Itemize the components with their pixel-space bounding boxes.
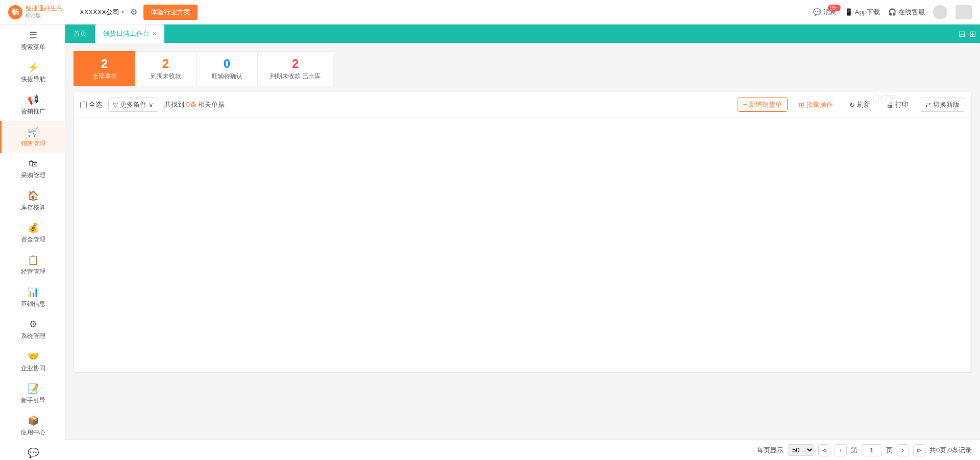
stat-card-wangwang[interactable]: 0 旺辅待确认	[196, 51, 257, 86]
stat-label-overdue-shipped: 到期未收款 已出库	[270, 72, 321, 81]
chevron-down-icon: ▾	[121, 9, 124, 15]
filter-label: 更多条件	[120, 100, 146, 109]
sidebar-item-label: 基础信息	[21, 300, 45, 308]
select-all-checkbox[interactable]	[80, 102, 87, 108]
next-page-btn[interactable]: ›	[897, 444, 909, 456]
print-icon: 🖨	[887, 101, 893, 109]
stat-num-all: 2	[101, 57, 108, 71]
stats-tabs: 2 全部单据 2 到期未收款 0 旺辅待确认 2 到期未收款 已出库	[74, 51, 972, 86]
app-center-icon: 📦	[28, 415, 39, 426]
online-service-btn[interactable]: 🎧 在线客服	[888, 8, 925, 17]
user-dropdown[interactable]	[955, 5, 972, 19]
sidebar-item-inventory[interactable]: 🏠 库存核算	[0, 185, 65, 217]
found-count: 0条	[186, 101, 197, 108]
main-content: 2 全部单据 2 到期未收款 0 旺辅待确认 2 到期未收款 已出库 全选 ▽ …	[65, 43, 980, 460]
sidebar-item-label: 库存核算	[21, 203, 45, 212]
experience-btn[interactable]: 体验行业方案	[143, 5, 198, 20]
system-icon: ⚙	[29, 319, 37, 330]
sidebar-item-marketing[interactable]: 📢 营销推广	[0, 89, 65, 121]
refresh-icon: ↻	[849, 101, 855, 109]
tab-work-bench[interactable]: 钱货日清工作台 ×	[95, 25, 164, 43]
stat-card-overdue-shipped[interactable]: 2 到期未收款 已出库	[257, 51, 333, 86]
stat-card-overdue[interactable]: 2 到期未收款	[135, 51, 196, 86]
select-all-label[interactable]: 全选	[80, 100, 102, 109]
filter-btn[interactable]: ▽ 更多条件 ∨	[108, 98, 158, 112]
service-icon: 🎧	[888, 8, 896, 16]
page-suffix: 页	[886, 446, 893, 455]
last-page-btn[interactable]: ⊳	[913, 444, 925, 456]
tab-maximize-icon[interactable]: ⊞	[969, 29, 976, 39]
refresh-btn[interactable]: ↻ 刷新	[844, 98, 875, 111]
corp-wechat-icon: 💬	[28, 447, 39, 458]
sidebar-item-corp-wechat[interactable]: 💬 企业微信	[0, 442, 65, 460]
sidebar-item-label: 快捷导航	[21, 75, 45, 84]
sidebar-item-sales[interactable]: 🛒 销售管理	[0, 121, 65, 153]
batch-label: 批量操作	[806, 100, 833, 109]
sidebar-item-system[interactable]: ⚙ 系统管理	[0, 313, 65, 346]
batch-icon: ⊞	[799, 101, 804, 109]
online-service-label: 在线客服	[898, 8, 925, 17]
sales-icon: 🛒	[28, 126, 39, 137]
pagination-summary: 共0页,0条记录	[929, 446, 972, 455]
sidebar: ☰ 搜索菜单 ⚡ 快捷导航 📢 营销推广 🛒 销售管理 🛍 采购管理 🏠 库存核…	[0, 25, 65, 460]
app-download-label: App下载	[855, 8, 880, 17]
add-sales-btn[interactable]: + 新增销货单	[738, 98, 788, 112]
message-icon: 💬	[813, 8, 821, 16]
sidebar-item-corp-collab[interactable]: 🤝 企业协同	[0, 346, 65, 378]
tab-home-label: 首页	[74, 29, 87, 38]
sidebar-item-quick-nav[interactable]: ⚡ 快捷导航	[0, 57, 65, 89]
operations-icon: 📋	[28, 254, 39, 265]
sidebar-item-app-center[interactable]: 📦 应用中心	[0, 410, 65, 442]
inventory-icon: 🏠	[28, 190, 39, 201]
found-text: 共找到 0条 相关单据	[164, 100, 225, 109]
sidebar-item-label: 新手引导	[21, 396, 45, 405]
batch-btn[interactable]: ⊞ 批量操作	[794, 98, 838, 111]
app-download-btn[interactable]: 📱 App下载	[845, 8, 880, 17]
corp-collab-icon: 🤝	[28, 351, 39, 362]
filter-chevron-icon: ∨	[149, 101, 154, 109]
sidebar-item-label: 营销推广	[21, 107, 45, 116]
per-page-select[interactable]: 50 100 200	[788, 444, 814, 456]
avatar[interactable]	[933, 5, 947, 19]
sidebar-item-finance[interactable]: 💰 资金管理	[0, 217, 65, 249]
stat-label-wangwang: 旺辅待确认	[212, 72, 242, 81]
message-btn[interactable]: 💬 消息 99+	[813, 8, 837, 17]
refresh-label: 刷新	[857, 100, 870, 109]
sidebar-item-guide[interactable]: 📝 新手引导	[0, 378, 65, 410]
sidebar-item-label: 应用中心	[21, 428, 45, 437]
filter-icon: ▽	[113, 101, 118, 109]
toolbar-right: + 新增销货单 ⊞ 批量操作 ↻ 刷新 🖨 打印 ⇄ 切换新版	[738, 98, 965, 112]
sidebar-item-operations[interactable]: 📋 经营管理	[0, 249, 65, 281]
stat-label-overdue: 到期未收款	[151, 72, 181, 81]
sidebar-item-label: 资金管理	[21, 235, 45, 244]
switch-btn[interactable]: ⇄ 切换新版	[920, 98, 965, 112]
stat-num-overdue: 2	[162, 57, 169, 71]
finance-icon: 💰	[28, 222, 39, 233]
download-icon: 📱	[845, 8, 853, 16]
per-page-label: 每页显示	[757, 446, 783, 455]
tabs-right: ⊟ ⊞	[959, 29, 980, 39]
tab-close-icon[interactable]: ×	[153, 30, 156, 37]
tab-workbench-label: 钱货日清工作台	[103, 29, 150, 38]
header-left: 畅 畅捷通好生意 标准版 XXXXXX公司 ▾ ⚙ 体验行业方案	[8, 5, 198, 20]
header: 畅 畅捷通好生意 标准版 XXXXXX公司 ▾ ⚙ 体验行业方案 💬 消息 99…	[0, 0, 980, 25]
print-btn[interactable]: 🖨 打印	[881, 98, 914, 111]
first-page-btn[interactable]: ⊲	[818, 444, 830, 456]
sidebar-item-label: 系统管理	[21, 332, 45, 341]
tab-minimize-icon[interactable]: ⊟	[959, 29, 965, 39]
stat-card-all[interactable]: 2 全部单据	[74, 51, 135, 86]
found-suffix: 相关单据	[198, 101, 225, 108]
sidebar-item-label: 销售管理	[21, 139, 45, 148]
company-selector[interactable]: XXXXXX公司 ▾	[80, 8, 124, 17]
page-input[interactable]	[862, 444, 882, 456]
prev-page-btn[interactable]: ‹	[835, 444, 847, 456]
tab-home[interactable]: 首页	[65, 25, 95, 43]
sidebar-item-search-menu[interactable]: ☰ 搜索菜单	[0, 25, 65, 57]
sidebar-item-purchase[interactable]: 🛍 采购管理	[0, 153, 65, 185]
stat-num-overdue-shipped: 2	[292, 57, 299, 71]
settings-icon[interactable]: ⚙	[130, 7, 137, 17]
sidebar-item-base-info[interactable]: 📊 基础信息	[0, 281, 65, 313]
purchase-icon: 🛍	[29, 158, 38, 169]
search-menu-icon: ☰	[29, 30, 37, 41]
pagination-bar: 每页显示 50 100 200 ⊲ ‹ 第 页 › ⊳ 共0页,0条记录	[65, 440, 980, 460]
